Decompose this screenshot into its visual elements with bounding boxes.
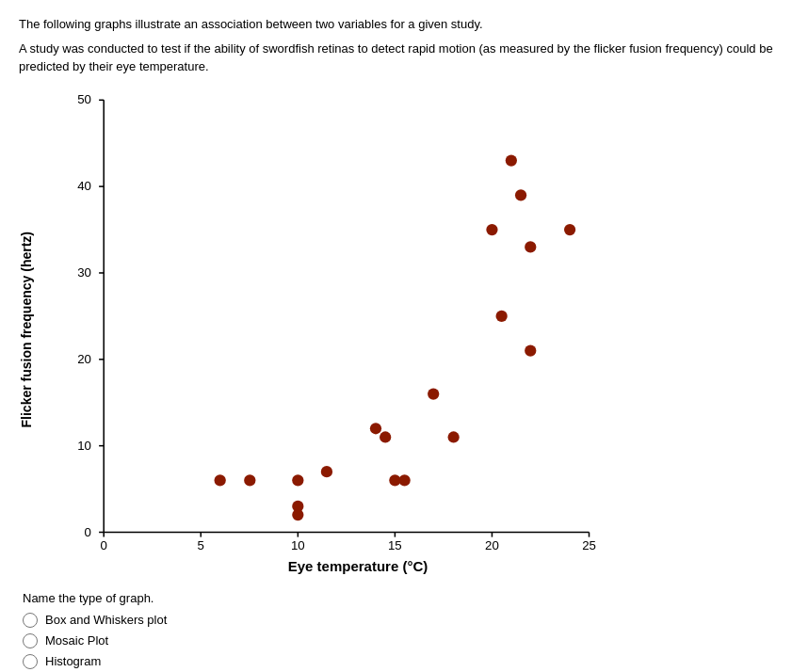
data-point: [515, 189, 526, 200]
radio-box-whiskers[interactable]: [23, 613, 38, 628]
svg-text:10: 10: [77, 438, 91, 452]
data-point: [525, 241, 536, 252]
option-mosaic[interactable]: Mosaic Plot: [23, 633, 789, 648]
data-point: [564, 223, 575, 234]
intro-line2: A study was conducted to test if the abi…: [19, 40, 789, 76]
chart-area: Flicker fusion frequency (hertz) 0 10 20: [19, 86, 789, 574]
radio-mosaic[interactable]: [23, 633, 38, 648]
data-point: [496, 310, 508, 321]
data-point: [525, 344, 536, 356]
data-point: [398, 474, 410, 486]
label-mosaic: Mosaic Plot: [45, 633, 108, 648]
data-point: [292, 474, 303, 486]
data-point: [244, 474, 255, 486]
data-point: [380, 431, 391, 442]
data-point: [428, 388, 439, 399]
data-point: [370, 423, 381, 434]
label-box-whiskers: Box and Whiskers plot: [45, 613, 167, 627]
svg-text:0: 0: [85, 524, 91, 538]
svg-text:50: 50: [77, 92, 91, 106]
svg-text:10: 10: [291, 537, 305, 552]
svg-text:30: 30: [77, 265, 91, 280]
svg-text:40: 40: [77, 179, 91, 193]
question-section: Name the type of graph. Box and Whiskers…: [19, 591, 789, 673]
option-box-whiskers[interactable]: Box and Whiskers plot: [23, 613, 789, 628]
svg-text:5: 5: [198, 537, 204, 552]
chart-container: 0 10 20 30 40 50 0 5 10: [38, 86, 622, 556]
data-point: [486, 223, 497, 234]
intro-line1: The following graphs illustrate an assoc…: [19, 15, 789, 34]
data-point: [321, 466, 332, 477]
label-histogram: Histogram: [45, 654, 101, 668]
radio-histogram[interactable]: [23, 654, 38, 669]
data-point: [292, 509, 303, 520]
scatter-plot-svg: 0 10 20 30 40 50 0 5 10: [38, 86, 622, 556]
y-axis-label: Flicker fusion frequency (hertz): [19, 232, 34, 427]
data-point: [448, 431, 460, 442]
svg-text:20: 20: [485, 537, 499, 552]
svg-text:25: 25: [582, 537, 596, 552]
option-histogram[interactable]: Histogram: [23, 654, 789, 669]
data-point: [215, 474, 226, 486]
data-point: [506, 154, 517, 166]
svg-text:15: 15: [388, 537, 402, 552]
question-prompt: Name the type of graph.: [23, 591, 789, 605]
x-axis-label: Eye temperature (°C): [94, 558, 622, 574]
svg-text:0: 0: [101, 537, 107, 552]
svg-text:20: 20: [77, 351, 91, 365]
